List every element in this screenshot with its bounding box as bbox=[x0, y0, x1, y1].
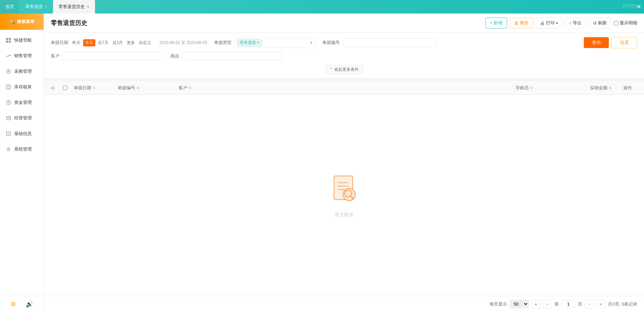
sidebar-item-quick-nav[interactable]: 快捷导航 bbox=[0, 32, 44, 48]
th-customer-sort-icon: ⇅ bbox=[189, 86, 191, 90]
svg-point-10 bbox=[8, 149, 9, 150]
last-page-button[interactable]: » bbox=[596, 300, 605, 309]
empty-state: 暂无数据 bbox=[44, 95, 644, 296]
show-detail-checkbox[interactable] bbox=[614, 21, 618, 25]
customer-label: 客户 bbox=[51, 53, 59, 59]
show-detail-label: 显示明细 bbox=[620, 20, 637, 26]
customer-filter: 客户 ... bbox=[51, 52, 164, 60]
sales-mgmt-icon bbox=[5, 53, 11, 59]
doc-no-input[interactable] bbox=[342, 38, 437, 47]
tab-retail-return-close[interactable]: × bbox=[45, 4, 47, 9]
sidebar-item-inventory-calc[interactable]: 库存核算 bbox=[0, 79, 44, 95]
empty-icon bbox=[327, 173, 361, 206]
product-select[interactable]: ... bbox=[182, 52, 283, 60]
sidebar: 🔍 搜索菜单 快捷导航 销售管理 采购管理 bbox=[0, 14, 44, 312]
tab-retail-return-history-label: 零售退货历史 bbox=[58, 4, 85, 10]
svg-point-7 bbox=[6, 101, 10, 105]
page-header: 零售退货历史 + 新增 🗑 删除 🖨 打印 ▾ ↑ 导出 ↺ bbox=[44, 14, 644, 33]
tab-home[interactable]: 首页 bbox=[0, 0, 20, 14]
date-btn-today[interactable]: 今天 bbox=[83, 39, 95, 46]
th-amount[interactable]: 实销金额 ⇅ bbox=[564, 85, 614, 91]
sidebar-item-basic-info[interactable]: 基础信息 bbox=[0, 126, 44, 141]
sidebar-item-system-mgmt-label: 系统管理 bbox=[14, 146, 32, 152]
doc-type-tag-close[interactable]: × bbox=[257, 40, 259, 45]
date-btn-1month[interactable]: 近1月 bbox=[111, 39, 124, 46]
date-btn-7days[interactable]: 近7天 bbox=[97, 39, 110, 46]
date-filter: 单据日期 昨天 今天 近7天 近1月 更多 自定义 bbox=[51, 39, 152, 46]
sidebar-nav: 快捷导航 销售管理 采购管理 库存核算 bbox=[0, 30, 44, 296]
doc-type-tag: 零售退货 × bbox=[237, 39, 262, 46]
tab-retail-return-history[interactable]: 零售退货历史 × bbox=[53, 0, 95, 14]
volume-icon[interactable]: 🔊 bbox=[26, 300, 33, 308]
add-button[interactable]: + 新增 bbox=[485, 18, 507, 28]
settings-bottom-icon[interactable]: ⚙ bbox=[10, 300, 16, 308]
th-date[interactable]: 单据日期 ⇅ bbox=[71, 85, 115, 91]
query-button[interactable]: 查询 bbox=[584, 37, 609, 48]
sidebar-item-purchase-mgmt[interactable]: 采购管理 bbox=[0, 64, 44, 79]
select-all-checkbox[interactable] bbox=[63, 86, 67, 90]
quick-nav-icon bbox=[5, 37, 11, 43]
date-label: 单据日期 bbox=[51, 40, 68, 46]
sidebar-item-quick-nav-label: 快捷导航 bbox=[14, 37, 32, 43]
next-page-button[interactable]: › bbox=[585, 300, 594, 309]
sidebar-item-basic-info-label: 基础信息 bbox=[14, 131, 32, 137]
delete-label: 删除 bbox=[520, 20, 529, 26]
collapse-label: 收起更多条件 bbox=[334, 67, 359, 72]
sidebar-bottom: ⚙ 🔊 bbox=[0, 296, 44, 312]
prev-page-button[interactable]: ‹ bbox=[543, 300, 552, 309]
refresh-label: 刷新 bbox=[598, 20, 607, 26]
empty-text: 暂无数据 bbox=[335, 212, 354, 218]
page-summary: 共0页, 0条记录 bbox=[608, 301, 637, 307]
main-layout: 🔍 搜索菜单 快捷导航 销售管理 采购管理 bbox=[0, 14, 644, 312]
tab-retail-return[interactable]: 零售退货 × bbox=[20, 0, 53, 14]
doc-type-select[interactable]: 零售退货 × ▾ bbox=[234, 38, 315, 48]
purchase-mgmt-icon bbox=[5, 68, 11, 74]
top-bar: 首页 零售退货 × 零售退货历史 × OfTEn ✕ bbox=[0, 0, 644, 14]
th-settings[interactable] bbox=[47, 85, 59, 91]
sidebar-item-finance-mgmt-label: 资金管理 bbox=[14, 99, 32, 106]
th-customer[interactable]: 客户 ⇅ bbox=[176, 85, 513, 91]
th-select-all[interactable] bbox=[59, 86, 71, 90]
delete-button[interactable]: 🗑 删除 bbox=[510, 18, 533, 28]
settings-button[interactable]: 设置 bbox=[612, 37, 637, 48]
collapse-button[interactable]: ⌃ 收起更多条件 bbox=[325, 65, 363, 74]
sidebar-item-operation-mgmt[interactable]: 经营管理 bbox=[0, 110, 44, 126]
page-number-input[interactable] bbox=[562, 300, 575, 308]
page-size-select[interactable]: 50 10 20 100 bbox=[510, 300, 529, 308]
sidebar-item-system-mgmt[interactable]: 系统管理 bbox=[0, 141, 44, 157]
content-area: 零售退货历史 + 新增 🗑 删除 🖨 打印 ▾ ↑ 导出 ↺ bbox=[44, 14, 644, 312]
th-guide-label: 导购员 bbox=[516, 85, 529, 91]
export-button[interactable]: ↑ 导出 bbox=[565, 18, 586, 28]
refresh-button[interactable]: ↺ 刷新 bbox=[589, 18, 611, 28]
doc-no-label: 单据编号 bbox=[322, 40, 340, 46]
print-button[interactable]: 🖨 打印 ▾ bbox=[536, 18, 562, 28]
tab-list: 首页 零售退货 × 零售退货历史 × bbox=[0, 0, 634, 14]
sidebar-item-finance-mgmt[interactable]: 资金管理 bbox=[0, 95, 44, 110]
page-size-label: 每页显示 bbox=[490, 301, 507, 307]
export-label: 导出 bbox=[573, 20, 581, 26]
first-page-button[interactable]: « bbox=[531, 300, 540, 309]
th-customer-label: 客户 bbox=[178, 85, 187, 91]
print-label: 打印 bbox=[546, 20, 555, 26]
sidebar-item-sales-mgmt-label: 销售管理 bbox=[14, 53, 32, 59]
date-btn-yesterday[interactable]: 昨天 bbox=[71, 39, 82, 46]
th-docno[interactable]: 单据编号 ⇅ bbox=[115, 85, 176, 91]
customer-select[interactable]: ... bbox=[62, 52, 164, 60]
search-menu-button[interactable]: 🔍 搜索菜单 bbox=[0, 14, 44, 30]
sidebar-item-inventory-calc-label: 库存核算 bbox=[14, 84, 32, 90]
delete-icon: 🗑 bbox=[514, 21, 519, 26]
search-menu-label: 搜索菜单 bbox=[17, 19, 34, 25]
sidebar-item-sales-mgmt[interactable]: 销售管理 bbox=[0, 48, 44, 64]
th-amount-sort-icon: ⇅ bbox=[609, 86, 612, 90]
svg-rect-3 bbox=[9, 41, 11, 43]
th-guide[interactable]: 导购员 ⇅ bbox=[513, 85, 564, 91]
date-btn-more[interactable]: 更多 bbox=[125, 39, 136, 46]
tab-retail-return-history-close[interactable]: × bbox=[87, 4, 89, 9]
page-label: 第 bbox=[554, 301, 559, 307]
svg-rect-2 bbox=[6, 41, 8, 43]
inventory-icon bbox=[5, 84, 11, 90]
svg-rect-8 bbox=[6, 116, 10, 120]
date-btn-custom[interactable]: 自定义 bbox=[138, 39, 152, 46]
show-detail-checkbox-label[interactable]: 显示明细 bbox=[614, 20, 637, 26]
tab-home-label: 首页 bbox=[5, 4, 14, 10]
